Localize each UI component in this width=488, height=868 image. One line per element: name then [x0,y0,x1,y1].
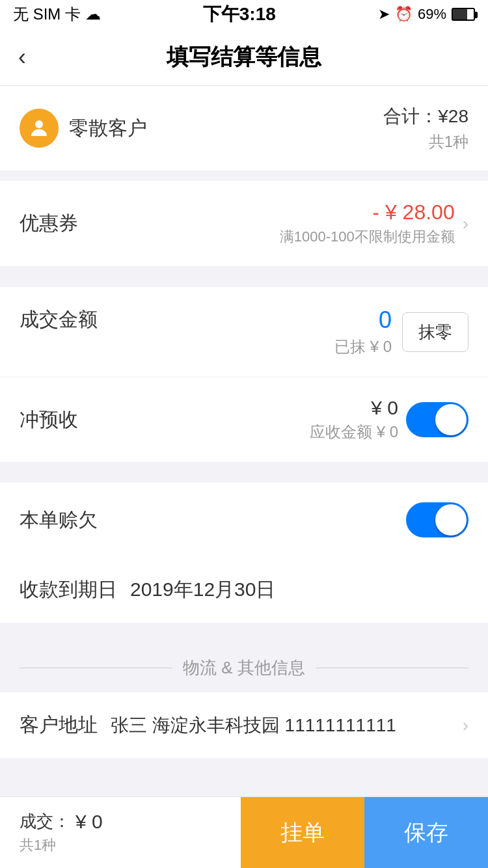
address-card: 客户地址 张三 海淀永丰科技园 11111111111 › [0,692,488,758]
battery-icon [452,8,475,21]
prepayment-toggle[interactable] [406,402,468,437]
address-row[interactable]: 客户地址 张三 海淀永丰科技园 11111111111 › [0,692,488,758]
prepayment-value: ¥ 0 [310,397,398,419]
prepayment-row: 冲预收 ¥ 0 应收金额 ¥ 0 [0,377,488,462]
coupon-chevron-icon: › [463,213,468,234]
save-button[interactable]: 保存 [364,797,488,869]
logistics-divider: 物流 & 其他信息 [0,644,488,692]
divider-2 [0,472,488,483]
due-date-row: 收款到期日 2019年12月30日 [0,557,488,623]
coupon-right: - ¥ 28.00 满1000-100不限制使用金额 › [280,200,468,247]
location-icon: ➤ [378,6,390,23]
customer-total: 合计：¥28 [383,104,468,129]
transaction-card: 成交金额 0 已抹 ¥ 0 抹零 冲预收 ¥ 0 应收金额 ¥ 0 [0,287,488,462]
coupon-row[interactable]: 优惠券 - ¥ 28.00 满1000-100不限制使用金额 › [0,181,488,266]
divider-1 [0,277,488,287]
hang-button[interactable]: 挂单 [241,797,364,869]
page-title: 填写结算等信息 [167,42,321,72]
customer-row: 零散客户 合计：¥28 共1种 [0,86,488,170]
status-right: ➤ ⏰ 69% [378,6,475,23]
bottom-bar: 成交： ¥ 0 共1种 挂单 保存 [0,796,488,868]
coupon-label: 优惠券 [20,210,78,237]
address-value: 张三 海淀永丰科技园 11111111111 [111,713,463,738]
prepayment-label: 冲预收 [20,407,78,433]
due-date-value[interactable]: 2019年12月30日 [130,576,275,603]
debit-right [406,502,468,537]
bottom-transact-value: ¥ 0 [75,811,103,833]
customer-count: 共1种 [383,131,468,152]
alarm-icon: ⏰ [395,6,413,23]
transaction-value[interactable]: 0 [334,306,392,334]
debit-label: 本单赊欠 [20,507,98,534]
bottom-info-top: 成交： ¥ 0 [20,810,221,833]
logistics-label: 物流 & 其他信息 [183,657,305,679]
customer-name: 零散客户 [69,115,147,142]
customer-left: 零散客户 [20,109,147,148]
coupon-value: - ¥ 28.00 [280,200,455,224]
round-button[interactable]: 抹零 [402,312,468,352]
status-left: 无 SIM 卡 ☁ [13,4,101,25]
due-date-label: 收款到期日 [20,576,117,603]
bottom-info: 成交： ¥ 0 共1种 [0,810,241,855]
customer-right: 合计：¥28 共1种 [383,104,468,152]
prepayment-right: ¥ 0 应收金额 ¥ 0 [310,397,468,442]
bottom-transact-label: 成交： [20,810,70,833]
coupon-card: 优惠券 - ¥ 28.00 满1000-100不限制使用金额 › [0,181,488,266]
content: 零散客户 合计：¥28 共1种 优惠券 - ¥ 28.00 满1000-100不… [0,86,488,847]
coupon-sub: 满1000-100不限制使用金额 [280,227,455,247]
divider-3 [0,633,488,644]
customer-card: 零散客户 合计：¥28 共1种 [0,86,488,170]
status-time: 下午3:18 [203,2,276,27]
bottom-count: 共1种 [20,835,221,855]
debit-toggle[interactable] [406,502,468,537]
prepayment-sub: 应收金额 ¥ 0 [310,422,398,442]
signal-text: 无 SIM 卡 ☁ [13,4,101,25]
back-button[interactable]: ‹ [18,44,26,71]
transaction-right: 0 已抹 ¥ 0 抹零 [334,306,468,357]
transaction-sub: 已抹 ¥ 0 [334,336,392,357]
person-icon [27,116,51,140]
debit-card: 本单赊欠 收款到期日 2019年12月30日 [0,483,488,623]
status-bar: 无 SIM 卡 ☁ 下午3:18 ➤ ⏰ 69% [0,0,488,29]
transaction-label: 成交金额 [20,306,98,333]
customer-avatar [20,109,59,148]
svg-point-0 [35,120,43,128]
transaction-row: 成交金额 0 已抹 ¥ 0 抹零 [0,287,488,377]
debit-row: 本单赊欠 [0,483,488,557]
address-label: 客户地址 [20,712,98,739]
address-chevron-icon: › [463,715,468,736]
nav-bar: ‹ 填写结算等信息 [0,29,488,86]
battery-text: 69% [418,6,446,23]
